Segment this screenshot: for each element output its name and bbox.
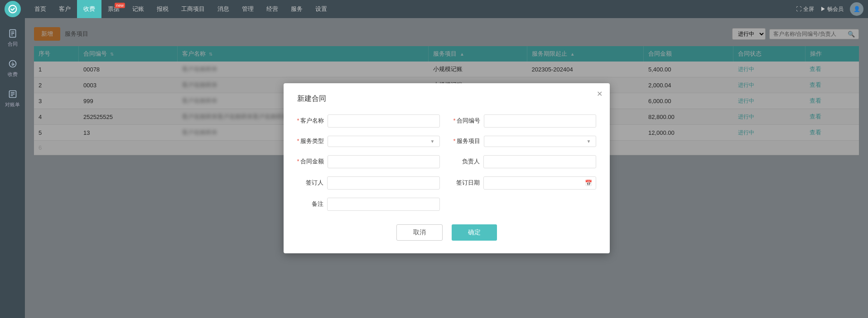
field-notes: 备注 — [297, 198, 440, 211]
form-row-3: *合同金额 0.00 负责人 — [297, 155, 596, 168]
user-avatar[interactable]: 👤 — [850, 2, 863, 16]
service-type-select[interactable]: ▼ — [328, 136, 440, 147]
sign-date-picker[interactable]: 2023-06-06 📅 — [483, 176, 596, 190]
sign-date-input[interactable]: 2023-06-06 — [484, 177, 581, 189]
member-button[interactable]: ▶ 畅会员 — [820, 5, 844, 13]
form-row-4: 签订人 签订日期 2023-06-06 📅 — [297, 176, 596, 190]
field-service-item: *服务项目 ▼ — [453, 136, 596, 147]
main-layout: 合同 收费 对账单 新增 服务项目 — [0, 18, 868, 318]
new-badge: new — [115, 3, 125, 8]
field-responsible: 负责人 — [453, 155, 596, 168]
signer-input[interactable] — [327, 176, 440, 190]
field-contract-no: *合同编号 — [453, 114, 596, 128]
field-service-type: *服务类型 ▼ — [297, 136, 440, 147]
new-contract-dialog: 新建合同 ✕ *客户名称 *合同编号 *服务类型 — [284, 83, 610, 253]
fee-icon — [7, 58, 18, 69]
confirm-button[interactable]: 确定 — [452, 224, 497, 241]
app-logo — [5, 1, 21, 17]
service-item-label: *服务项目 — [453, 137, 480, 145]
customer-name-input[interactable] — [328, 114, 440, 128]
dialog-close-button[interactable]: ✕ — [597, 90, 603, 98]
nav-right-area: ⛶ 全屏 ▶ 畅会员 👤 — [796, 2, 863, 16]
form-row-2: *服务类型 ▼ *服务项目 ▼ — [297, 136, 596, 147]
fullscreen-button[interactable]: ⛶ 全屏 — [796, 5, 814, 13]
service-type-arrow-icon: ▼ — [430, 139, 435, 144]
cancel-button[interactable]: 取消 — [396, 224, 443, 241]
notes-input[interactable] — [327, 198, 440, 211]
nav-service[interactable]: 服务 — [285, 0, 309, 18]
service-item-arrow-icon: ▼ — [587, 139, 591, 144]
notes-label: 备注 — [297, 200, 323, 208]
signer-label: 签订人 — [297, 179, 323, 187]
form-row-5: 备注 — [297, 198, 596, 211]
customer-name-label: *客户名称 — [297, 117, 324, 125]
responsible-input[interactable] — [483, 155, 596, 168]
dialog-title: 新建合同 — [297, 94, 596, 104]
nav-bookkeeping[interactable]: 记账 — [126, 0, 150, 18]
nav-home[interactable]: 首页 — [28, 0, 53, 18]
nav-tax[interactable]: 报税 — [150, 0, 175, 18]
service-item-select[interactable]: ▼ — [484, 136, 596, 147]
contract-no-input[interactable] — [484, 114, 596, 128]
field-contract-amount: *合同金额 0.00 — [297, 155, 440, 168]
field-sign-date: 签订日期 2023-06-06 📅 — [453, 176, 596, 190]
content-area: 新增 服务项目 进行中 已完成 已终止 🔍 序号 合同编号 ⇅ — [25, 18, 868, 318]
sign-date-label: 签订日期 — [453, 179, 480, 187]
dialog-footer: 取消 确定 — [297, 224, 596, 241]
sidebar-item-statement[interactable]: 对账单 — [0, 83, 25, 114]
sidebar-item-fee[interactable]: 收费 — [0, 53, 25, 83]
nav-operation[interactable]: 经营 — [260, 0, 285, 18]
nav-fee[interactable]: 收费 — [77, 0, 101, 18]
contract-amount-input[interactable]: 0.00 — [328, 155, 440, 168]
modal-overlay: 新建合同 ✕ *客户名称 *合同编号 *服务类型 — [25, 18, 868, 318]
statement-icon — [7, 89, 18, 100]
sidebar: 合同 收费 对账单 — [0, 18, 25, 318]
top-navigation: 首页 客户 收费 票据 new 记账 报税 工商项目 消息 管理 经营 服务 设… — [0, 0, 868, 18]
field-customer-name: *客户名称 — [297, 114, 440, 128]
responsible-label: 负责人 — [453, 157, 480, 166]
service-type-label: *服务类型 — [297, 137, 324, 145]
contract-amount-label: *合同金额 — [297, 157, 324, 166]
form-row-1: *客户名称 *合同编号 — [297, 114, 596, 128]
field-signer: 签订人 — [297, 176, 440, 190]
nav-manage[interactable]: 管理 — [236, 0, 260, 18]
nav-message[interactable]: 消息 — [211, 0, 236, 18]
nav-business[interactable]: 工商项目 — [175, 0, 211, 18]
nav-customer[interactable]: 客户 — [53, 0, 77, 18]
contract-no-label: *合同编号 — [453, 117, 480, 125]
nav-settings[interactable]: 设置 — [309, 0, 333, 18]
sidebar-item-contract[interactable]: 合同 — [0, 23, 25, 53]
calendar-icon[interactable]: 📅 — [581, 180, 596, 186]
nav-ticket[interactable]: 票据 new — [101, 0, 126, 18]
contract-icon — [7, 28, 18, 39]
